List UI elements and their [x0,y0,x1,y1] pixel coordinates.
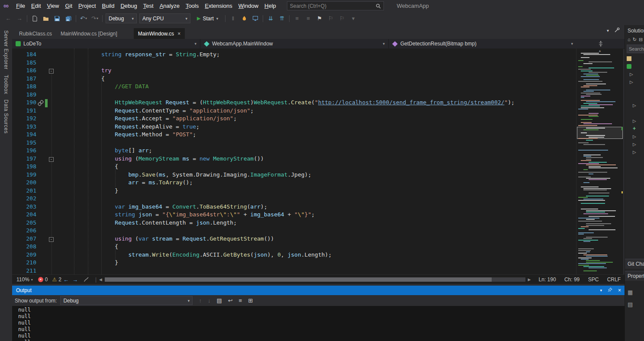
menu-analyze[interactable]: Analyze [157,1,183,11]
tab-mainwindow-cs[interactable]: MainWindow.cs× [134,28,185,39]
start-debugging-button[interactable]: ▶Start▾ [193,14,222,23]
member-dropdown[interactable]: GetDetectionResult(Bitmap bmp) ▾ [389,39,576,48]
code-line-202[interactable]: 202 [12,195,576,203]
git-changes-header[interactable]: Git Changes [625,259,644,269]
tree-row[interactable] [625,55,644,62]
menu-project[interactable]: Project [75,1,99,11]
menu-view[interactable]: View [44,1,62,11]
refresh-icon[interactable]: ↻ [633,37,637,42]
tree-row[interactable]: ▷ [625,78,644,86]
scrollbar-thumb[interactable] [105,277,492,282]
pin-icon[interactable] [608,287,612,293]
warning-icon[interactable]: ⚠ [52,277,57,283]
previous-issue-icon[interactable]: ← [63,277,69,283]
warning-count[interactable]: 2 [58,277,61,283]
window-position-icon[interactable]: ▾ [600,288,602,293]
expand-arrow-icon[interactable]: ▷ [633,142,636,147]
indent-more-icon[interactable]: ≡ [303,15,314,22]
menu-help[interactable]: Help [261,1,279,11]
tree-row[interactable]: ▷ [625,148,644,156]
menu-debug[interactable]: Debug [117,1,140,11]
solution-platforms-dropdown[interactable]: Any CPU▾ [139,13,190,23]
menu-file[interactable]: File [13,1,28,11]
side-tab-server-explorer[interactable]: Server Explorer [3,30,9,70]
expand-arrow-icon[interactable]: ▷ [630,80,633,84]
code-line-204[interactable]: 204 string json = "{\"img_base64str\":\"… [12,211,576,219]
redo-icon[interactable]: ↷▾ [89,15,100,22]
preview-window-icon[interactable] [250,16,261,21]
expand-arrow-icon[interactable]: ▷ [630,72,633,77]
next-issue-icon[interactable]: → [72,277,78,283]
next-message-icon[interactable]: ↓ [208,297,211,304]
menu-extensions[interactable]: Extensions [202,1,235,11]
code-line-199[interactable]: 199 bmp.Save(ms, System.Drawing.Imaging.… [12,171,576,180]
navigate-forward-icon[interactable]: → [14,15,25,22]
project-dropdown[interactable]: LoDeTo ▾ [12,39,200,48]
minimap-scrollbar[interactable]: ▲ [576,48,623,274]
code-line-185[interactable]: 185 [12,59,576,68]
toggle-lines-icon[interactable]: ≡ [239,297,242,304]
code-line-191[interactable]: 191 Request.ContentType = "application/j… [12,107,576,116]
code-line-201[interactable]: 201 } [12,187,576,196]
previous-bookmark-icon[interactable]: ⚐ [325,15,336,22]
toolbar-overflow-icon[interactable]: ▾ [348,15,359,22]
tree-row[interactable]: ▷ [625,101,644,109]
horizontal-scrollbar[interactable] [105,277,525,282]
code-line-207[interactable]: 207- using (var stream = Request.GetRequ… [12,235,576,244]
space-indicator[interactable]: SPC [588,277,599,283]
menu-test[interactable]: Test [140,1,157,11]
collapse-all-icon[interactable]: ⊟ [639,37,643,42]
code-line-208[interactable]: 208 { [12,243,576,251]
home-icon[interactable]: ⌂ [628,37,631,42]
tab-mainwindow-cs-design[interactable]: MainWindow.cs [Design] [56,28,122,39]
list-view-icon[interactable]: ▤ [628,301,633,308]
side-tab-data-sources[interactable]: Data Sources [3,100,9,134]
code-line-184[interactable]: 184 string response_str = String.Empty; [12,51,576,59]
tools-icon[interactable] [614,27,620,35]
collapse-region-icon[interactable]: - [49,237,54,242]
code-line-210[interactable]: 210 } [12,259,576,267]
code-line-206[interactable]: 206 [12,227,576,235]
clear-all-icon[interactable]: ▤ [216,297,222,304]
open-log-icon[interactable]: ⊞ [248,297,253,304]
new-file-icon[interactable] [29,16,40,22]
indent-less-icon[interactable]: ≡ [291,15,303,22]
code-line-193[interactable]: 193 Request.KeepAlive = true; [12,123,576,132]
expand-arrow-icon[interactable]: ▷ [633,119,636,123]
menu-tools[interactable]: Tools [183,1,202,11]
code-editor[interactable]: 184 string response_str = String.Empty;1… [12,48,576,274]
solution-configurations-dropdown[interactable]: Debug▾ [106,13,137,23]
output-title-bar[interactable]: Output ▾ × [12,286,625,295]
close-tab-icon[interactable]: × [177,31,180,37]
tree-row[interactable]: ▷ [625,70,644,78]
code-line-197[interactable]: 197- using (MemoryStream ms = new Memory… [12,155,576,164]
code-line-203[interactable]: 203 var img_base64 = Convert.ToBase64Str… [12,203,576,212]
code-line-195[interactable]: 195 [12,139,576,148]
code-line-188[interactable]: 188 //GET DATA [12,83,576,91]
menu-window[interactable]: Window [235,1,261,11]
save-all-icon[interactable] [63,16,74,22]
expand-arrow-icon[interactable]: ▷ [633,103,636,108]
expand-arrow-icon[interactable]: ▷ [633,134,636,139]
zoom-dropdown[interactable]: 110% ▾ [16,277,33,283]
code-line-196[interactable]: 196 byte[] arr; [12,147,576,155]
error-icon[interactable]: × [38,277,43,282]
solution-search-input[interactable]: Search [627,45,644,53]
build-project-icon[interactable]: ⇊ [265,15,276,22]
line-ending-indicator[interactable]: CRLF [607,277,621,283]
collapse-region-icon[interactable]: - [49,69,54,74]
hot-reload-icon[interactable] [238,16,250,21]
global-search-input[interactable]: Search (Ctrl+Q) [287,1,384,10]
undo-icon[interactable]: ↶▾ [78,15,89,22]
tree-row[interactable]: ▷ [625,117,644,125]
tree-row[interactable]: ▷ [625,140,644,148]
output-source-dropdown[interactable]: Debug ▾ [60,296,193,305]
code-line-209[interactable]: 209 stream.Write(Encoding.ASCII.GetBytes… [12,251,576,260]
code-line-211[interactable]: 211 [12,267,576,275]
next-bookmark-icon[interactable]: ⚐ [336,15,348,22]
tree-row[interactable]: ▷ [625,132,644,140]
output-content[interactable]: nullnullnullnullnullnull [12,306,625,341]
code-line-194[interactable]: 194 Request.Method = "POST"; [12,131,576,139]
code-line-205[interactable]: 205 Request.ContentLength = json.Length; [12,219,576,228]
publish-icon[interactable]: ⇈ [276,15,287,22]
